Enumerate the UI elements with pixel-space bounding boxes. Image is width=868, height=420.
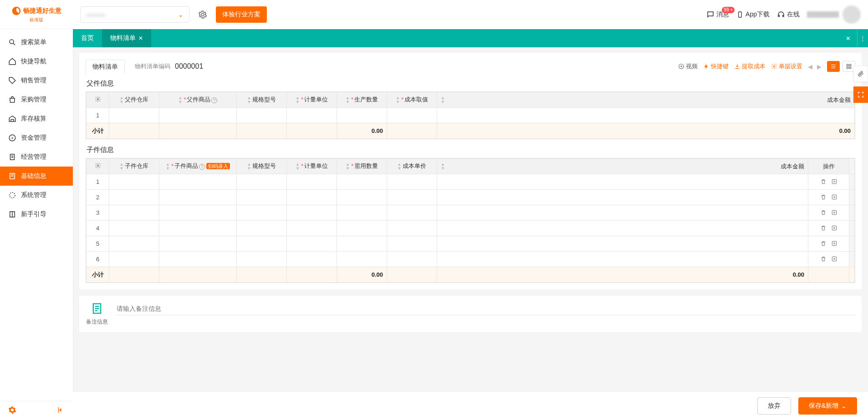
remarks-input[interactable] — [116, 302, 855, 315]
fullscreen-button[interactable] — [853, 86, 868, 103]
sidebar-item-label: 基础信息 — [21, 172, 46, 180]
col-spec[interactable]: ▲▼规格型号 — [237, 92, 287, 108]
col-cost-basis[interactable]: ▲▼*成本取值 — [387, 92, 437, 108]
topbar: ——— ⌄ 体验行业方案 消息 99 + App下载 在线 — [73, 0, 868, 29]
sidebar-item-inventory[interactable]: 库存核算 — [0, 109, 73, 128]
store-selector[interactable]: ——— ⌄ — [80, 6, 189, 23]
col-prod-qty[interactable]: ▲▼*生产数量 — [337, 92, 387, 108]
next-page-button[interactable]: ▶ — [817, 63, 822, 70]
add-row-icon[interactable] — [830, 193, 838, 201]
col-cost-amount[interactable]: ▲▼成本金额 — [437, 159, 808, 174]
col-child-product[interactable]: ▲▼*子件商品?扫码录入 — [159, 159, 237, 174]
scan-input-chip[interactable]: 扫码录入 — [206, 163, 230, 169]
sidebar-item-guide[interactable]: 新手引导 — [0, 205, 73, 224]
tab-bom[interactable]: 物料清单 ✕ — [102, 29, 151, 47]
discard-button[interactable]: 放弃 — [757, 397, 791, 415]
delete-row-icon[interactable] — [819, 224, 827, 232]
add-row-icon[interactable] — [830, 224, 838, 232]
help-icon[interactable]: ? — [211, 97, 217, 103]
sidebar-item-search-menu[interactable]: 搜索菜单 — [0, 33, 73, 52]
child-section-title: 子件信息 — [87, 146, 854, 154]
store-name-blurred: ——— — [86, 11, 105, 18]
shortcut-link[interactable]: 快捷键 — [703, 62, 729, 71]
online-service-link[interactable]: 在线 — [777, 10, 800, 19]
sidebar-item-system[interactable]: 系统管理 — [0, 186, 73, 205]
child-table: ▲▼子件仓库 ▲▼*子件商品?扫码录入 ▲▼规格型号 ▲▼*计量单位 ▲▼*需用… — [86, 158, 855, 283]
sidebar-item-base-info[interactable]: 基础信息 — [0, 167, 73, 186]
topbar-settings-button[interactable] — [195, 7, 210, 22]
doc-settings-link[interactable]: 单据设置 — [771, 62, 802, 71]
child-row[interactable]: 5 — [87, 236, 855, 252]
child-row[interactable]: 2 — [87, 190, 855, 205]
sidebar-item-quick-nav[interactable]: 快捷导航 — [0, 52, 73, 71]
delete-row-icon[interactable] — [819, 177, 827, 186]
parent-section-title: 父件信息 — [87, 79, 854, 88]
col-uom[interactable]: ▲▼*计量单位 — [287, 159, 337, 174]
sidebar-item-operations[interactable]: 经营管理 — [0, 147, 73, 167]
settings-icon[interactable] — [8, 406, 16, 415]
sidebar-item-finance[interactable]: ¥资金管理 — [0, 128, 73, 147]
add-row-icon[interactable] — [830, 239, 838, 248]
sidebar-item-label: 系统管理 — [21, 191, 46, 199]
remarks-label: 备注信息 — [86, 318, 108, 326]
add-row-icon[interactable] — [830, 177, 838, 186]
delete-row-icon[interactable] — [819, 208, 827, 217]
list-view-button[interactable] — [827, 61, 840, 72]
close-icon[interactable]: ✕ — [138, 35, 143, 41]
col-parent-product[interactable]: ▲▼*父件商品? — [159, 92, 237, 108]
svg-rect-17 — [849, 64, 851, 66]
col-cost-amount[interactable]: ▲▼成本金额 — [437, 92, 855, 108]
delete-row-icon[interactable] — [819, 239, 827, 248]
gear-icon — [771, 63, 777, 70]
col-child-warehouse[interactable]: ▲▼子件仓库 — [109, 159, 159, 174]
user-avatar[interactable] — [807, 5, 861, 24]
tag-icon — [8, 76, 16, 85]
help-icon[interactable]: ? — [199, 164, 205, 170]
parent-row[interactable]: 1 — [87, 108, 855, 123]
svg-point-15 — [773, 66, 775, 67]
child-row[interactable]: 6 — [87, 252, 855, 267]
col-uom[interactable]: ▲▼*计量单位 — [287, 92, 337, 108]
tabs-expand-button[interactable]: ⋮ — [857, 29, 868, 47]
child-row[interactable]: 4 — [87, 221, 855, 236]
chat-icon — [706, 10, 715, 19]
tab-home[interactable]: 首页 — [73, 29, 102, 47]
add-row-icon[interactable] — [830, 255, 838, 263]
child-row[interactable]: 1 — [87, 174, 855, 190]
sidebar-item-purchase[interactable]: 采购管理 — [0, 90, 73, 109]
app-download-link[interactable]: App下载 — [736, 10, 770, 19]
child-row[interactable]: 3 — [87, 205, 855, 221]
col-parent-warehouse[interactable]: ▲▼父件仓库 — [109, 92, 159, 108]
try-plan-button[interactable]: 体验行业方案 — [216, 6, 267, 23]
col-spec[interactable]: ▲▼规格型号 — [237, 159, 287, 174]
brand-logo-icon — [11, 6, 21, 16]
collapse-sidebar-icon[interactable] — [56, 406, 65, 415]
headset-icon — [777, 10, 785, 19]
prev-page-button[interactable]: ◀ — [808, 63, 812, 70]
sidebar-item-label: 快捷导航 — [21, 57, 46, 66]
messages-link[interactable]: 消息 99 + — [706, 10, 729, 19]
video-link[interactable]: 视频 — [678, 62, 698, 71]
search-icon — [8, 38, 16, 46]
col-settings-button[interactable] — [87, 159, 109, 174]
add-row-icon[interactable] — [830, 208, 838, 217]
col-settings-button[interactable] — [87, 92, 109, 108]
chevron-down-icon: ⌄ — [841, 402, 847, 410]
scrollbar-gutter — [849, 159, 855, 174]
attachment-button[interactable] — [853, 66, 868, 82]
close-all-tabs-button[interactable]: ✕ — [839, 29, 857, 47]
panel-tab-bom[interactable]: 物料清单 — [86, 60, 125, 74]
sidebar-item-label: 新手引导 — [21, 210, 46, 218]
delete-row-icon[interactable] — [819, 255, 827, 263]
col-cost-price[interactable]: ▲▼成本单价 — [387, 159, 437, 174]
bolt-icon — [703, 63, 710, 70]
svg-point-21 — [97, 165, 99, 167]
extract-cost-link[interactable]: 提取成本 — [734, 62, 766, 71]
delete-row-icon[interactable] — [819, 193, 827, 201]
sidebar-item-label: 库存核算 — [21, 115, 46, 123]
col-need-qty[interactable]: ▲▼*需用数量 — [337, 159, 387, 174]
doc-code-value: 0000001 — [175, 62, 203, 71]
sidebar-item-label: 销售管理 — [21, 76, 46, 85]
sidebar-item-sales[interactable]: 销售管理 — [0, 71, 73, 90]
save-and-new-button[interactable]: 保存&新增⌄ — [798, 397, 857, 415]
